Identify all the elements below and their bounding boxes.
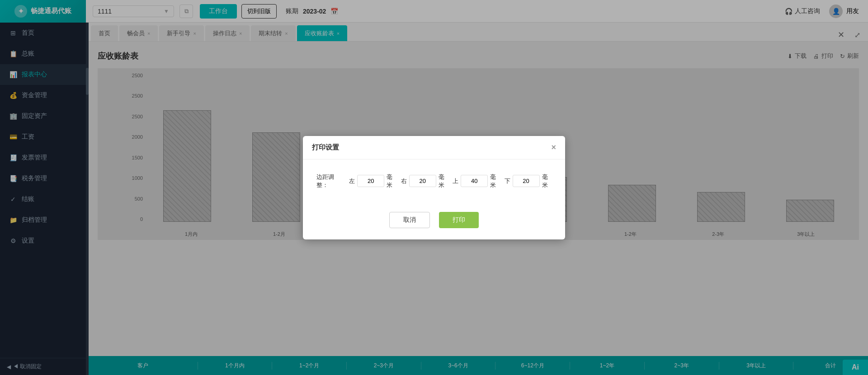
- margin-right-input[interactable]: [409, 175, 436, 187]
- margin-top-input[interactable]: [461, 175, 488, 187]
- margin-left-group: 左 毫米: [349, 173, 396, 189]
- top-unit: 毫米: [490, 173, 500, 189]
- modal-close-button[interactable]: ×: [551, 143, 556, 151]
- modal-body: 边距调整： 左 毫米 右 毫米 上 毫米 下: [303, 159, 565, 207]
- print-settings-modal: 打印设置 × 边距调整： 左 毫米 右 毫米 上 毫米: [303, 136, 565, 239]
- bottom-dir-label: 下: [505, 177, 510, 185]
- modal-title: 打印设置: [312, 143, 339, 152]
- modal-footer: 取消 打印: [303, 207, 565, 239]
- bottom-unit: 毫米: [542, 173, 552, 189]
- print-confirm-button[interactable]: 打印: [439, 212, 479, 228]
- left-dir-label: 左: [349, 177, 355, 185]
- left-unit: 毫米: [387, 173, 396, 189]
- cancel-button[interactable]: 取消: [389, 212, 430, 228]
- margin-label: 边距调整：: [316, 173, 344, 189]
- modal-overlay: 打印设置 × 边距调整： 左 毫米 右 毫米 上 毫米: [0, 0, 868, 375]
- margin-top-group: 上 毫米: [453, 173, 500, 189]
- margin-bottom-input[interactable]: [513, 175, 540, 187]
- margin-left-input[interactable]: [357, 175, 384, 187]
- right-dir-label: 右: [401, 177, 407, 185]
- modal-header: 打印设置 ×: [303, 136, 565, 159]
- right-unit: 毫米: [439, 173, 448, 189]
- margin-row: 边距调整： 左 毫米 右 毫米 上 毫米 下: [316, 173, 552, 189]
- margin-bottom-group: 下 毫米: [505, 173, 552, 189]
- top-dir-label: 上: [453, 177, 458, 185]
- margin-right-group: 右 毫米: [401, 173, 448, 189]
